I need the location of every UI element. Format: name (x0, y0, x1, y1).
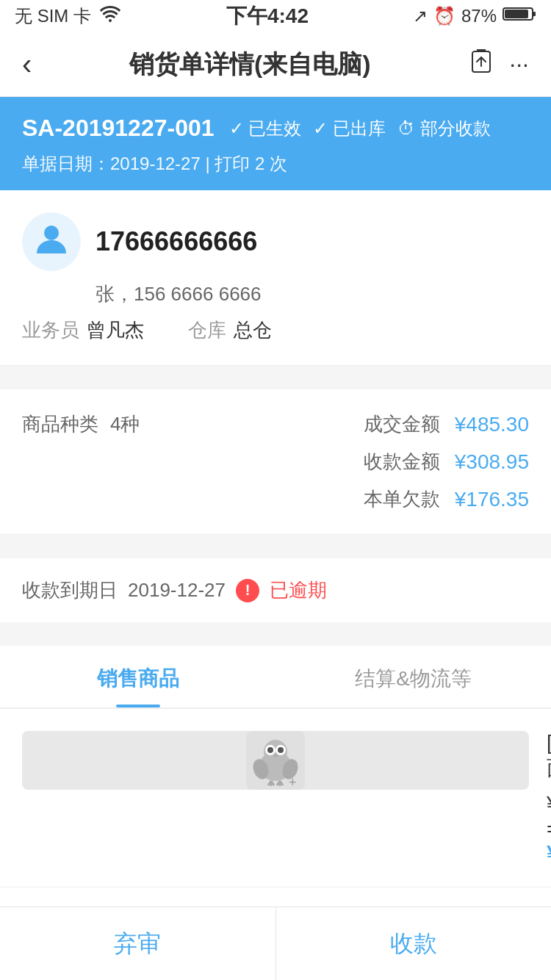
owed-label: 本单欠款 (364, 486, 440, 512)
owed-value: ¥176.35 (455, 488, 529, 511)
person-icon (33, 220, 70, 264)
product-types-label: 商品种类 (22, 411, 98, 437)
warehouse-value: 总仓 (234, 317, 272, 343)
avatar (22, 212, 81, 271)
svg-point-10 (267, 747, 273, 753)
order-date-line: 单据日期：2019-12-27 | 打印 2 次 (22, 152, 529, 176)
back-button[interactable]: ‹ (22, 48, 32, 81)
page-title: 销货单详情(来自电脑) (129, 48, 371, 82)
share-icon[interactable] (468, 48, 494, 81)
location-icon: ↗ (413, 6, 428, 26)
status-time: 下午4:42 (226, 2, 309, 30)
list-item: + [0000002]面包 ¥40 x 5袋 = ¥199.99 (0, 709, 551, 887)
order-id: SA-20191227-001 (22, 115, 215, 142)
battery-icon (503, 6, 536, 26)
divider-1 (0, 366, 551, 378)
carrier-text: 无 SIM 卡 (15, 4, 91, 28)
header-banner: SA-20191227-001 ✓ 已生效 ✓ 已出库 ⏱ 部分收款 单据日期：… (0, 97, 551, 190)
warehouse-label: 仓库 (188, 317, 226, 343)
deal-amount-label: 成交金额 (364, 411, 440, 437)
svg-rect-2 (505, 10, 528, 18)
divider-3 (0, 622, 551, 634)
alarm-icon: ⏰ (433, 6, 455, 26)
bottom-bar: 弃审 收款 (0, 907, 551, 980)
wifi-icon (98, 6, 122, 26)
tabs-section: 销售商品 结算&物流等 (0, 646, 551, 709)
battery-text: 87% (461, 6, 497, 26)
status-right: ↗ ⏰ 87% (413, 6, 536, 26)
status-partial: ⏱ 部分收款 (397, 117, 491, 140)
product-info-1: [0000002]面包 ¥40 x 5袋 = ¥199.99 (547, 731, 551, 865)
product-total-1: ¥199.99 (547, 841, 551, 864)
tab-sales-products[interactable]: 销售商品 (0, 646, 276, 707)
customer-section: 17666666666 张，156 6666 6666 业务员 曾凡杰 仓库 总… (0, 190, 551, 366)
nav-actions: ··· (468, 48, 529, 81)
svg-text:+: + (289, 775, 297, 790)
overdue-text: 已逾期 (270, 577, 327, 603)
customer-sub-name: 张，156 6666 6666 (96, 281, 529, 307)
status-bar: 无 SIM 卡 下午4:42 ↗ ⏰ 87% (0, 0, 551, 32)
salesperson-label: 业务员 (22, 317, 79, 343)
product-thumbnail-1: + (22, 731, 529, 790)
divider-2 (0, 535, 551, 547)
more-icon[interactable]: ··· (509, 51, 529, 78)
status-left: 无 SIM 卡 (15, 4, 122, 28)
product-name-1: [0000002]面包 (547, 731, 551, 782)
due-label: 收款到期日 (22, 577, 118, 603)
status-shipped: ✓ 已出库 (313, 117, 386, 140)
due-date: 2019-12-27 (128, 579, 226, 602)
collect-payment-button[interactable]: 收款 (276, 907, 552, 980)
deal-amount-value: ¥485.30 (455, 413, 529, 436)
customer-meta: 业务员 曾凡杰 仓库 总仓 (22, 317, 529, 343)
svg-point-4 (44, 226, 59, 240)
product-price-1: ¥40 x 5袋 = ¥199.99 (547, 790, 551, 865)
status-effective: ✓ 已生效 (229, 117, 302, 140)
product-types-value: 4种 (110, 411, 140, 437)
cancel-review-button[interactable]: 弃审 (0, 907, 276, 980)
customer-name: 17666666666 (96, 226, 257, 257)
due-section: 收款到期日 2019-12-27 ! 已逾期 (0, 558, 551, 622)
received-label: 收款金额 (364, 449, 440, 475)
nav-bar: ‹ 销货单详情(来自电脑) ··· (0, 32, 551, 97)
svg-rect-1 (533, 12, 536, 16)
overdue-icon: ! (236, 579, 259, 602)
tab-settlement[interactable]: 结算&物流等 (276, 646, 551, 707)
received-value: ¥308.95 (455, 450, 529, 474)
salesperson-value: 曾凡杰 (87, 317, 144, 343)
svg-point-11 (278, 747, 284, 753)
summary-section: 商品种类 4种 成交金额 ¥485.30 收款金额 ¥308.95 本单欠款 ¥… (0, 389, 551, 535)
